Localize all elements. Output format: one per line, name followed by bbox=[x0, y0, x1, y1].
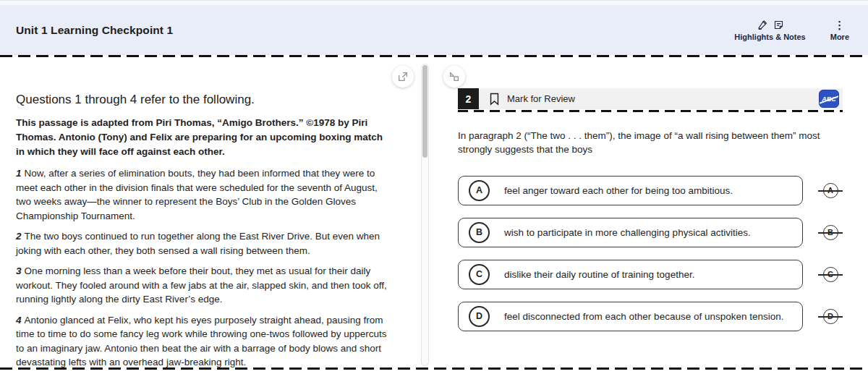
paragraph-number: 1 bbox=[16, 168, 22, 179]
scrollbar-thumb[interactable] bbox=[422, 65, 427, 158]
expand-passage-panel-button[interactable] bbox=[392, 66, 414, 88]
header-divider-dashed bbox=[0, 55, 868, 57]
option-d[interactable]: D feel disconnected from each other beca… bbox=[458, 302, 803, 331]
eliminator-c-icon: C bbox=[823, 267, 838, 282]
answer-eliminator-toggle[interactable]: ABC bbox=[819, 90, 839, 108]
bookmark-icon[interactable] bbox=[488, 92, 501, 106]
question-panel: 2 Mark for Review ABC In paragraph 2 (“T… bbox=[458, 88, 843, 344]
eliminator-d-icon: D bbox=[823, 309, 838, 324]
passage-paragraph: 4Antonio glanced at Felix, who kept his … bbox=[16, 313, 389, 370]
paragraph-text: The two boys continued to run together a… bbox=[16, 231, 380, 256]
paragraph-text: Antonio glanced at Felix, who kept his e… bbox=[16, 315, 387, 368]
notes-icon bbox=[773, 20, 784, 30]
passage-heading: Questions 1 through 4 refer to the follo… bbox=[16, 93, 389, 107]
passage-paragraph: 1Now, after a series of elimination bout… bbox=[16, 166, 389, 223]
option-row-a: A feel anger toward each other for being… bbox=[458, 176, 843, 205]
paragraph-text: One morning less than a week before thei… bbox=[16, 265, 387, 305]
option-c-text: dislike their daily routine of training … bbox=[504, 269, 694, 280]
highlights-notes-button[interactable]: Highlights & Notes bbox=[734, 19, 805, 41]
top-strip bbox=[0, 0, 868, 5]
answer-options: A feel anger toward each other for being… bbox=[458, 176, 843, 331]
page-title: Unit 1 Learning Checkpoint 1 bbox=[16, 24, 173, 37]
question-toolbar-bar: Mark for Review ABC bbox=[479, 88, 843, 109]
eliminate-option-b-button[interactable]: B bbox=[818, 225, 843, 240]
header-actions: Highlights & Notes ⋮ More bbox=[734, 19, 849, 41]
highlights-notes-icons bbox=[757, 19, 784, 31]
option-a-letter: A bbox=[469, 180, 490, 201]
eliminator-b-icon: B bbox=[823, 225, 838, 240]
passage-panel: Questions 1 through 4 refer to the follo… bbox=[16, 93, 389, 374]
passage-intro: This passage is adapted from Piri Thomas… bbox=[16, 116, 389, 159]
more-icon: ⋮ bbox=[834, 19, 845, 31]
paragraph-text: Now, after a series of elimination bouts… bbox=[16, 168, 378, 221]
expand-icon bbox=[397, 71, 409, 82]
option-c[interactable]: C dislike their daily routine of trainin… bbox=[458, 260, 803, 289]
question-divider-dashed bbox=[458, 110, 843, 112]
passage-scrollbar[interactable] bbox=[421, 64, 429, 366]
highlighter-icon bbox=[757, 20, 768, 31]
collapse-question-panel-button[interactable] bbox=[443, 66, 465, 88]
passage-paragraph: 2The two boys continued to run together … bbox=[16, 229, 389, 258]
option-a-text: feel anger toward each other for being t… bbox=[504, 185, 733, 196]
eliminate-option-c-button[interactable]: C bbox=[818, 267, 843, 282]
question-prompt: In paragraph 2 (“The two . . . them”), t… bbox=[458, 129, 843, 156]
option-b-text: wish to participate in more challenging … bbox=[504, 227, 751, 238]
paragraph-number: 4 bbox=[16, 315, 22, 326]
more-label: More bbox=[830, 33, 849, 41]
option-d-text: feel disconnected from each other becaus… bbox=[504, 311, 784, 322]
question-number-badge: 2 bbox=[458, 88, 479, 109]
option-a[interactable]: A feel anger toward each other for being… bbox=[458, 176, 803, 205]
paragraph-number: 3 bbox=[16, 265, 22, 276]
option-row-b: B wish to participate in more challengin… bbox=[458, 218, 843, 247]
collapse-icon bbox=[448, 71, 460, 82]
option-row-d: D feel disconnected from each other beca… bbox=[458, 302, 843, 331]
eliminator-a-icon: A bbox=[823, 183, 838, 198]
question-toolbar: 2 Mark for Review ABC bbox=[458, 88, 843, 109]
eliminate-option-a-button[interactable]: A bbox=[818, 183, 843, 198]
option-d-letter: D bbox=[469, 306, 490, 327]
highlights-notes-label: Highlights & Notes bbox=[734, 33, 805, 41]
option-row-c: C dislike their daily routine of trainin… bbox=[458, 260, 843, 289]
more-button[interactable]: ⋮ More bbox=[830, 19, 849, 41]
abc-strike-icon: ABC bbox=[822, 95, 836, 103]
option-b-letter: B bbox=[469, 222, 490, 243]
app-header: Unit 1 Learning Checkpoint 1 Highlights … bbox=[0, 5, 868, 55]
option-b[interactable]: B wish to participate in more challengin… bbox=[458, 218, 803, 247]
passage-paragraph: 3One morning less than a week before the… bbox=[16, 264, 389, 307]
option-c-letter: C bbox=[469, 264, 490, 285]
footer-divider-dashed bbox=[0, 367, 868, 370]
mark-for-review-label[interactable]: Mark for Review bbox=[507, 93, 575, 104]
paragraph-number: 2 bbox=[16, 231, 22, 242]
eliminate-option-d-button[interactable]: D bbox=[818, 309, 843, 324]
